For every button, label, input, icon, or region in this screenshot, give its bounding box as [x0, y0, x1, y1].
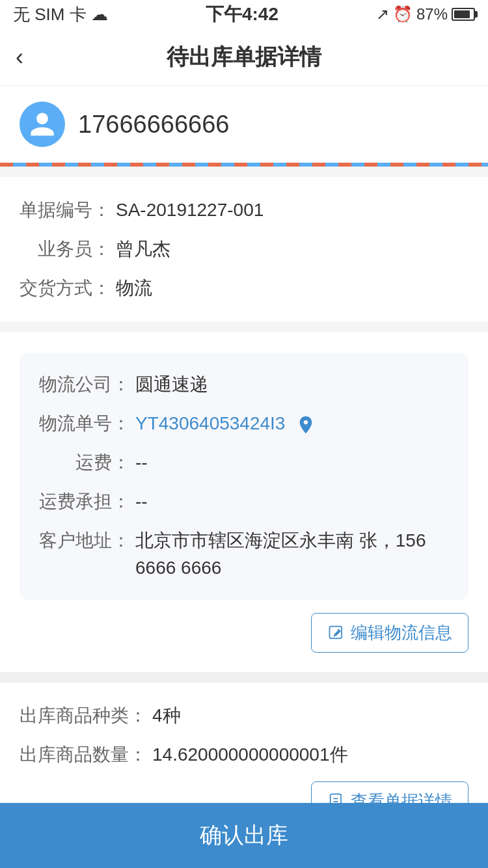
logistics-company-row: 物流公司： 圆通速递: [39, 371, 449, 398]
delivery-value: 物流: [116, 275, 468, 302]
logistics-tracking-value: YT43064053424I3: [135, 410, 449, 437]
freight-bear-label: 运费承担：: [39, 488, 130, 515]
logistics-section: 物流公司： 圆通速递 物流单号： YT43064053424I3 运费： -- …: [0, 332, 488, 672]
confirm-outbound-button[interactable]: 确认出库: [0, 803, 488, 868]
edit-logistics-button[interactable]: 编辑物流信息: [311, 613, 468, 653]
product-quantity-value: 14.620000000000001件: [152, 741, 468, 768]
edit-btn-row: 编辑物流信息: [20, 613, 468, 653]
product-quantity-label: 出库商品数量：: [20, 741, 147, 768]
logistics-company-value: 圆通速递: [135, 371, 449, 398]
address-row: 客户地址： 北京市市辖区海淀区永丰南 张，156 6666 6666: [39, 527, 449, 582]
customer-phone: 17666666666: [78, 111, 229, 139]
freight-bear-row: 运费承担： --: [39, 488, 449, 515]
customer-header: 17666666666: [0, 86, 488, 163]
status-right: ↗ ⏰ 87%: [376, 5, 475, 23]
location-status-icon: ↗: [376, 5, 389, 23]
dashed-divider: [0, 163, 488, 167]
order-no-label: 单据编号：: [20, 197, 111, 224]
address-value: 北京市市辖区海淀区永丰南 张，156 6666 6666: [135, 527, 449, 582]
product-quantity-row: 出库商品数量： 14.620000000000001件: [20, 741, 468, 768]
logistics-company-label: 物流公司：: [39, 371, 130, 398]
status-bar: 无 SIM 卡 ☁ 下午4:42 ↗ ⏰ 87%: [0, 0, 488, 29]
battery-icon: [452, 8, 475, 21]
product-type-value: 4种: [152, 702, 468, 729]
salesman-label: 业务员：: [20, 236, 111, 263]
salesman-row: 业务员： 曾凡杰: [20, 236, 468, 263]
logistics-tracking-label: 物流单号：: [39, 410, 130, 437]
edit-icon: [327, 624, 346, 642]
order-no-row: 单据编号： SA-20191227-001: [20, 197, 468, 224]
separator: [0, 672, 488, 683]
sim-text: 无 SIM 卡 ☁: [13, 3, 108, 26]
freight-label: 运费：: [39, 449, 130, 476]
delivery-label: 交货方式：: [20, 275, 111, 302]
back-button[interactable]: ‹: [16, 44, 23, 71]
address-label: 客户地址：: [39, 527, 130, 554]
order-no-value: SA-20191227-001: [116, 197, 468, 224]
salesman-value: 曾凡杰: [116, 236, 468, 263]
confirm-btn-container: 确认出库: [0, 803, 488, 868]
page-title: 待出库单据详情: [167, 42, 321, 72]
product-type-row: 出库商品种类： 4种: [20, 702, 468, 729]
freight-value: --: [135, 449, 449, 476]
logistics-tracking-row: 物流单号： YT43064053424I3: [39, 410, 449, 437]
svg-rect-0: [330, 626, 342, 638]
battery-text: 87%: [416, 5, 448, 23]
logistics-card: 物流公司： 圆通速递 物流单号： YT43064053424I3 运费： -- …: [20, 353, 468, 600]
base-info-section: 单据编号： SA-20191227-001 业务员： 曾凡杰 交货方式： 物流: [0, 177, 488, 321]
avatar: [20, 102, 65, 147]
location-pin-icon[interactable]: [295, 414, 316, 435]
freight-row: 运费： --: [39, 449, 449, 476]
product-type-label: 出库商品种类：: [20, 702, 147, 729]
freight-bear-value: --: [135, 488, 449, 515]
status-left: 无 SIM 卡 ☁: [13, 3, 108, 26]
delivery-row: 交货方式： 物流: [20, 275, 468, 302]
status-time: 下午4:42: [206, 2, 278, 27]
person-icon: [28, 110, 57, 139]
nav-bar: ‹ 待出库单据详情: [0, 29, 488, 86]
edit-logistics-label: 编辑物流信息: [351, 621, 452, 644]
alarm-icon: ⏰: [393, 5, 413, 23]
